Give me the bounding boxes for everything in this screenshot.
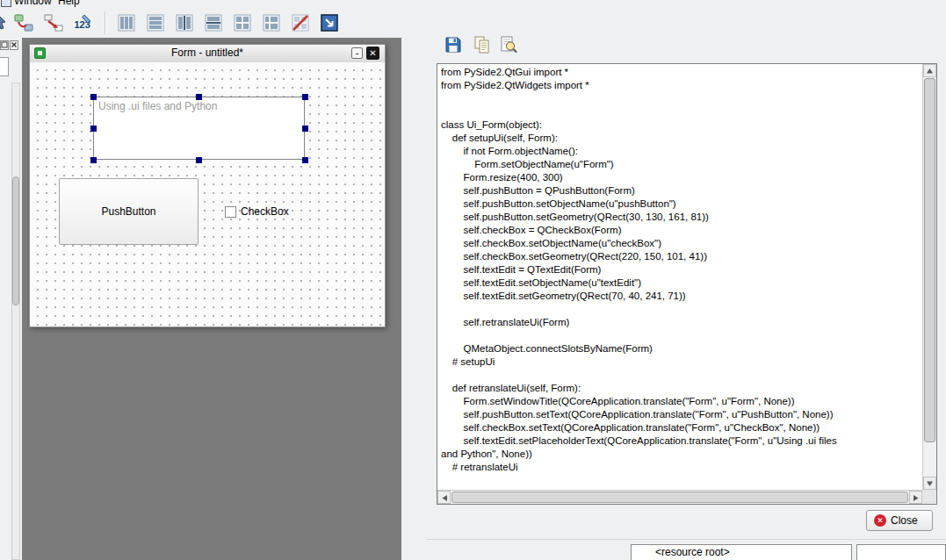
layout-grid-icon <box>231 25 254 37</box>
close-button-label: Close <box>891 514 918 527</box>
splitter-horizontal-icon <box>173 25 196 37</box>
scrollbar-corner <box>922 490 936 504</box>
textedit-widget[interactable]: Using .ui files and Python <box>93 97 305 160</box>
qt-designer-app: Window Help 123 <box>0 0 946 560</box>
pushbutton-widget[interactable]: PushButton <box>59 178 199 245</box>
arrow-left-icon <box>441 494 448 502</box>
copy-icon <box>471 47 494 59</box>
selection-handle-bottom-left[interactable] <box>90 157 97 163</box>
edit-tab-order-button[interactable]: 123 <box>72 11 95 34</box>
mdi-area: Form - untitled* - ✕ Using .ui files and… <box>22 38 401 560</box>
textedit-placeholder: Using .ui files and Python <box>94 97 304 115</box>
window-icon <box>1 0 11 7</box>
selection-handle-top-right[interactable] <box>302 94 308 100</box>
form-canvas[interactable]: Using .ui files and Python PushButton Ch… <box>30 62 385 327</box>
find-button[interactable] <box>497 33 520 56</box>
save-button[interactable] <box>442 33 465 56</box>
selection-handle-mid-right[interactable] <box>302 126 308 132</box>
float-icon <box>1 41 8 48</box>
scroll-left-button[interactable] <box>437 491 451 504</box>
arrow-up-icon <box>926 68 934 75</box>
adjust-size-button[interactable] <box>318 11 341 34</box>
scroll-right-button[interactable] <box>909 491 922 504</box>
resource-root-item[interactable]: <resource root> <box>632 545 851 560</box>
selection-handle-top-mid[interactable] <box>196 94 202 100</box>
code-preview-dialog: from PySide2.QtGui import * from PySide2… <box>426 26 946 540</box>
splitter-vertical-icon <box>202 25 225 37</box>
save-icon <box>442 47 465 59</box>
dock-float-button[interactable] <box>0 40 9 50</box>
minimize-button[interactable]: - <box>351 47 363 59</box>
lay-out-vertically-button[interactable] <box>144 11 167 34</box>
horizontal-scrollbar[interactable] <box>437 490 922 504</box>
edit-tab-order-icon: 123 <box>72 25 95 37</box>
edit-signals-slots-button[interactable] <box>12 11 35 34</box>
horizontal-scrollbar-thumb[interactable] <box>451 492 908 503</box>
scrollbar-thumb[interactable] <box>12 176 19 305</box>
form-title: Form - untitled* <box>30 45 385 61</box>
vertical-scrollbar[interactable] <box>922 64 936 490</box>
toolbar-separator <box>105 11 106 34</box>
layout-vertical-icon <box>144 25 167 37</box>
edit-widgets-icon <box>0 25 11 37</box>
close-button[interactable]: ✕ <box>366 47 379 60</box>
close-icon <box>11 41 18 48</box>
edit-buddies-button[interactable] <box>42 11 65 34</box>
menubar: Window Help <box>0 0 946 7</box>
lay-out-horizontally-button[interactable] <box>115 11 138 34</box>
widget-box-scrollbar[interactable] <box>11 83 20 560</box>
edit-widgets-button[interactable] <box>0 11 11 34</box>
selection-handle-bottom-mid[interactable] <box>196 157 202 163</box>
arrow-down-icon <box>926 480 934 487</box>
code-view[interactable]: from PySide2.QtGui import * from PySide2… <box>437 63 937 505</box>
break-layout-icon <box>289 25 312 37</box>
menu-item-window[interactable]: Window <box>14 0 52 7</box>
resource-side-pane <box>856 544 946 560</box>
form-window: Form - untitled* - ✕ Using .ui files and… <box>29 44 386 327</box>
lay-out-in-grid-button[interactable] <box>231 11 254 34</box>
selection-handle-bottom-right[interactable] <box>302 157 308 163</box>
edit-signals-slots-icon <box>12 25 35 37</box>
form-titlebar[interactable]: Form - untitled* - ✕ <box>30 45 385 63</box>
code-text: from PySide2.QtGui import * from PySide2… <box>437 64 921 489</box>
lay-out-horizontally-in-splitter-button[interactable] <box>173 11 196 34</box>
menu-item-help[interactable]: Help <box>58 0 80 7</box>
selection-handle-mid-left[interactable] <box>90 126 97 132</box>
adjust-size-icon <box>318 25 341 37</box>
resource-tree-pane: <resource root> <box>631 544 852 560</box>
close-circle-icon: ✕ <box>874 514 886 527</box>
edit-buddies-icon <box>42 25 65 37</box>
copy-button[interactable] <box>471 33 494 56</box>
widget-box-filter-input[interactable] <box>0 57 9 76</box>
selection-handle-top-left[interactable] <box>90 94 97 100</box>
layout-form-icon <box>260 25 283 37</box>
dock-close-button[interactable] <box>10 40 18 50</box>
lay-out-vertically-in-splitter-button[interactable] <box>202 11 225 34</box>
lay-out-in-form-layout-button[interactable] <box>260 11 283 34</box>
checkbox-label: CheckBox <box>241 205 289 218</box>
scroll-down-button[interactable] <box>923 477 936 490</box>
checkbox-indicator <box>225 206 236 218</box>
find-icon <box>497 47 520 59</box>
layout-horizontal-icon <box>115 25 138 37</box>
dialog-close-button[interactable]: ✕ Close <box>866 510 933 531</box>
break-layout-button[interactable] <box>289 11 312 34</box>
arrow-right-icon <box>913 494 920 502</box>
scroll-up-button[interactable] <box>923 64 936 77</box>
vertical-scrollbar-thumb[interactable] <box>924 78 935 442</box>
